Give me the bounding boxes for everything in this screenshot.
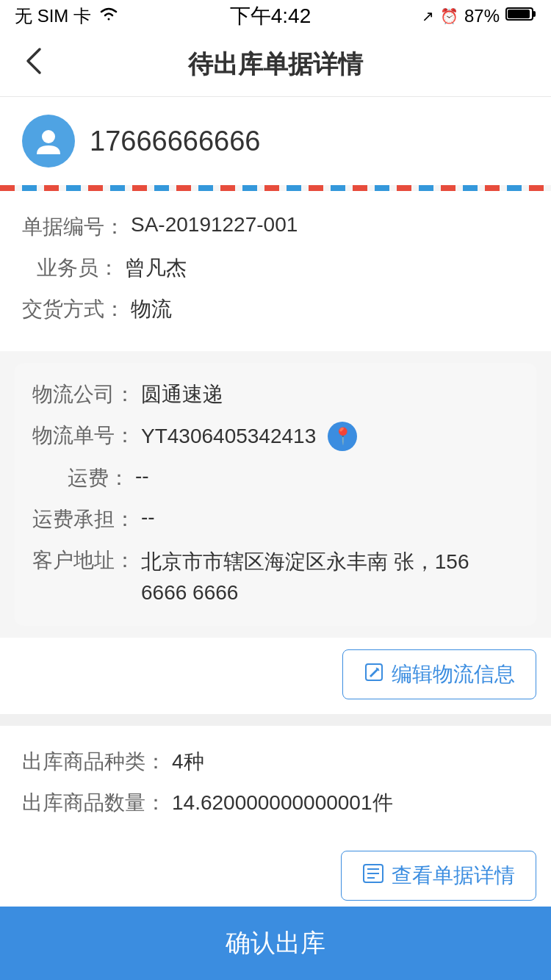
delivery-method-value: 物流 bbox=[131, 295, 529, 323]
product-quantity-value: 14.620000000000001件 bbox=[172, 789, 393, 817]
status-bar-time: 下午4:42 bbox=[230, 2, 311, 30]
view-detail-label: 查看单据详情 bbox=[392, 862, 515, 890]
logistics-tracking-row: 物流单号： YT43064053424​13 bbox=[32, 422, 519, 451]
edit-icon bbox=[364, 662, 384, 688]
logistics-freight-value: -- bbox=[135, 464, 519, 488]
back-button[interactable] bbox=[18, 39, 50, 90]
svg-point-3 bbox=[42, 130, 55, 143]
status-bar: 无 SIM 卡 下午4:42 ↗ ⏰ 87% bbox=[0, 0, 551, 32]
doc-number-value: SA-20191227-001 bbox=[131, 213, 529, 237]
confirm-button-label: 确认出库 bbox=[226, 926, 325, 960]
logistics-freight-bearer-value: -- bbox=[141, 505, 519, 529]
customer-header: 17666666666 bbox=[0, 97, 551, 185]
product-quantity-label: 出库商品数量： bbox=[22, 789, 172, 817]
logistics-address-value: 北京市市辖区海淀区永丰南 张，156 6666 6666 bbox=[141, 547, 519, 608]
logistics-tracking-number: YT43064053424​13 bbox=[141, 425, 316, 448]
view-detail-button[interactable]: 查看单据详情 bbox=[341, 851, 536, 901]
status-bar-right: ↗ ⏰ 87% bbox=[422, 6, 536, 26]
logistics-company-row: 物流公司： 圆通速递 bbox=[32, 381, 519, 408]
nav-bar: 待出库单据详情 bbox=[0, 32, 551, 97]
logistics-freight-bearer-label: 运费承担： bbox=[32, 505, 141, 533]
page-title: 待出库单据详情 bbox=[188, 48, 363, 82]
edit-logistics-label: 编辑物流信息 bbox=[392, 660, 515, 688]
location-status-icon: ↗ bbox=[422, 7, 434, 25]
carrier-text: 无 SIM 卡 bbox=[15, 4, 91, 28]
logistics-company-label: 物流公司： bbox=[32, 381, 141, 408]
delivery-method-label: 交货方式： bbox=[22, 295, 131, 323]
logistics-company-value: 圆通速递 bbox=[141, 381, 519, 408]
svg-rect-1 bbox=[533, 11, 536, 17]
avatar bbox=[22, 115, 75, 167]
delivery-method-row: 交货方式： 物流 bbox=[22, 295, 529, 323]
sales-person-row: 业务员： 曾凡杰 bbox=[22, 254, 529, 282]
confirm-button[interactable]: 确认出库 bbox=[0, 907, 551, 980]
logistics-card: 物流公司： 圆通速递 物流单号： YT43064053424​13 运费： --… bbox=[15, 363, 536, 626]
order-info-section: 单据编号： SA-20191227-001 业务员： 曾凡杰 交货方式： 物流 bbox=[0, 191, 551, 351]
doc-number-row: 单据编号： SA-20191227-001 bbox=[22, 213, 529, 241]
customer-phone: 17666666666 bbox=[90, 126, 260, 157]
sales-person-value: 曾凡杰 bbox=[125, 254, 529, 282]
product-summary-section: 出库商品种类： 4种 出库商品数量： 14.620000000000001件 bbox=[0, 726, 551, 839]
logistics-freight-bearer-row: 运费承担： -- bbox=[32, 505, 519, 533]
battery-icon bbox=[505, 6, 536, 26]
status-bar-left: 无 SIM 卡 bbox=[15, 4, 119, 28]
wifi-icon bbox=[98, 6, 119, 26]
logistics-address-row: 客户地址： 北京市市辖区海淀区永丰南 张，156 6666 6666 bbox=[32, 547, 519, 608]
dashed-divider bbox=[0, 185, 551, 191]
logistics-freight-label: 运费： bbox=[32, 464, 135, 492]
product-types-value: 4种 bbox=[172, 748, 204, 776]
edit-logistics-button[interactable]: 编辑物流信息 bbox=[342, 649, 536, 699]
sales-person-label: 业务员： bbox=[22, 254, 125, 282]
edit-logistics-section: 编辑物流信息 bbox=[0, 638, 551, 714]
detail-icon bbox=[362, 863, 384, 889]
product-types-row: 出库商品种类： 4种 bbox=[22, 748, 529, 776]
doc-number-label: 单据编号： bbox=[22, 213, 131, 241]
product-quantity-row: 出库商品数量： 14.620000000000001件 bbox=[22, 789, 529, 817]
logistics-tracking-value-row: YT43064053424​13 bbox=[141, 422, 357, 451]
track-location-icon[interactable] bbox=[328, 422, 357, 451]
product-types-label: 出库商品种类： bbox=[22, 748, 172, 776]
logistics-address-label: 客户地址： bbox=[32, 547, 141, 574]
section-separator bbox=[0, 714, 551, 726]
battery-text: 87% bbox=[464, 6, 500, 26]
alarm-icon: ⏰ bbox=[440, 7, 458, 25]
logistics-tracking-label: 物流单号： bbox=[32, 422, 141, 450]
logistics-freight-row: 运费： -- bbox=[32, 464, 519, 492]
svg-rect-2 bbox=[508, 10, 530, 18]
